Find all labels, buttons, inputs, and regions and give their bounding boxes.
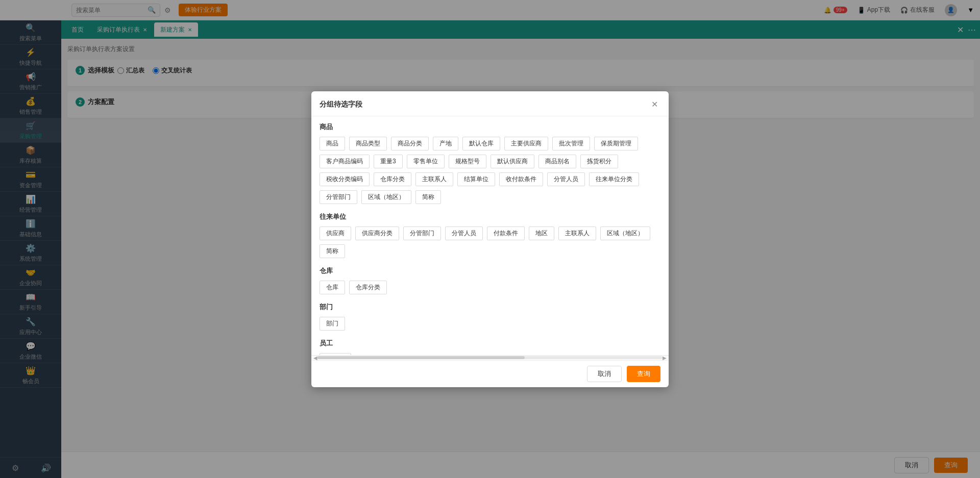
- field-group-title: 仓库: [320, 266, 660, 275]
- field-tag-默认供应商[interactable]: 默认供应商: [491, 155, 534, 168]
- field-tag-往来单位分类[interactable]: 往来单位分类: [589, 172, 639, 186]
- field-tag-区域（地区）[interactable]: 区域（地区）: [600, 227, 650, 240]
- modal-horizontal-scrollbar[interactable]: ◀ ▶: [311, 355, 669, 360]
- modal-title: 分组待选字段: [320, 100, 362, 109]
- field-group-title: 商品: [320, 122, 660, 132]
- field-tags: 商品商品类型商品分类产地默认仓库主要供应商批次管理保质期管理客户商品编码重量3零…: [320, 137, 660, 204]
- modal-body: 商品商品商品类型商品分类产地默认仓库主要供应商批次管理保质期管理客户商品编码重量…: [311, 116, 669, 355]
- field-tag-地区[interactable]: 地区: [529, 227, 554, 240]
- modal-overlay: 分组待选字段 ✕ 商品商品商品类型商品分类产地默认仓库主要供应商批次管理保质期管…: [0, 0, 980, 478]
- field-tags: 供应商供应商分类分管部门分管人员付款条件地区主联系人区域（地区）简称: [320, 227, 660, 258]
- field-tag-部门[interactable]: 部门: [320, 317, 345, 331]
- field-tag-仓库分类[interactable]: 仓库分类: [374, 172, 411, 186]
- field-tag-商品[interactable]: 商品: [320, 137, 345, 150]
- field-tag-零售单位[interactable]: 零售单位: [407, 155, 445, 168]
- field-tag-主要供应商[interactable]: 主要供应商: [504, 137, 548, 150]
- field-tag-主联系人[interactable]: 主联系人: [558, 227, 596, 240]
- field-tag-供应商[interactable]: 供应商: [320, 227, 351, 240]
- field-tag-批次管理[interactable]: 批次管理: [552, 137, 590, 150]
- field-group-往来单位: 往来单位供应商供应商分类分管部门分管人员付款条件地区主联系人区域（地区）简称: [320, 212, 660, 258]
- field-tag-简称[interactable]: 简称: [415, 190, 441, 204]
- field-tag-税收分类编码[interactable]: 税收分类编码: [320, 172, 370, 186]
- modal-cancel-button[interactable]: 取消: [587, 366, 622, 382]
- field-group-商品: 商品商品商品类型商品分类产地默认仓库主要供应商批次管理保质期管理客户商品编码重量…: [320, 122, 660, 204]
- field-tag-重量3[interactable]: 重量3: [374, 155, 403, 168]
- field-tag-商品别名[interactable]: 商品别名: [538, 155, 576, 168]
- field-tags: 仓库仓库分类: [320, 281, 660, 294]
- field-group-title: 部门: [320, 303, 660, 312]
- field-group-title: 往来单位: [320, 212, 660, 221]
- field-tag-主联系人[interactable]: 主联系人: [415, 172, 453, 186]
- field-tag-供应商分类[interactable]: 供应商分类: [355, 227, 399, 240]
- field-tag-结算单位[interactable]: 结算单位: [457, 172, 495, 186]
- field-group-title: 员工: [320, 339, 660, 348]
- field-group-仓库: 仓库仓库仓库分类: [320, 266, 660, 294]
- field-tag-付款条件[interactable]: 付款条件: [487, 227, 525, 240]
- field-tag-分管部门[interactable]: 分管部门: [403, 227, 441, 240]
- field-tag-收付款条件[interactable]: 收付款条件: [499, 172, 543, 186]
- field-tag-拣货积分[interactable]: 拣货积分: [580, 155, 618, 168]
- field-tag-保质期管理[interactable]: 保质期管理: [594, 137, 638, 150]
- field-tags: 部门: [320, 317, 660, 331]
- field-tag-分管人员[interactable]: 分管人员: [547, 172, 585, 186]
- field-tag-简称[interactable]: 简称: [320, 244, 345, 258]
- field-group-员工: 员工业务员: [320, 339, 660, 355]
- field-tag-规格型号[interactable]: 规格型号: [449, 155, 486, 168]
- field-tag-商品分类[interactable]: 商品分类: [391, 137, 429, 150]
- modal-header: 分组待选字段 ✕: [311, 91, 669, 116]
- field-tag-默认仓库[interactable]: 默认仓库: [462, 137, 500, 150]
- field-select-modal: 分组待选字段 ✕ 商品商品商品类型商品分类产地默认仓库主要供应商批次管理保质期管…: [311, 91, 669, 387]
- field-tag-产地[interactable]: 产地: [433, 137, 458, 150]
- field-tag-客户商品编码[interactable]: 客户商品编码: [320, 155, 370, 168]
- horizontal-scroll-track: [317, 356, 663, 359]
- field-group-部门: 部门部门: [320, 303, 660, 331]
- field-tag-仓库[interactable]: 仓库: [320, 281, 345, 294]
- modal-footer: 取消 查询: [311, 360, 669, 387]
- field-tag-分管人员[interactable]: 分管人员: [445, 227, 483, 240]
- field-tag-仓库分类[interactable]: 仓库分类: [349, 281, 387, 294]
- field-tag-分管部门[interactable]: 分管部门: [320, 190, 357, 204]
- field-tag-商品类型[interactable]: 商品类型: [349, 137, 387, 150]
- modal-confirm-button[interactable]: 查询: [627, 366, 660, 382]
- field-tag-区域（地区）[interactable]: 区域（地区）: [361, 190, 411, 204]
- modal-close-icon[interactable]: ✕: [648, 98, 660, 111]
- horizontal-scroll-thumb: [317, 356, 525, 359]
